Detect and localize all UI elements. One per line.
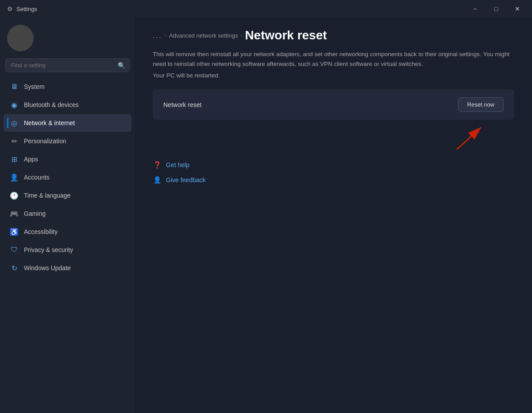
description-text: This will remove then reinstall all your…	[153, 50, 514, 69]
sidebar-profile	[0, 18, 135, 57]
sidebar-item-label: Windows Update	[24, 264, 71, 272]
breadcrumb-sep1: ›	[165, 32, 166, 38]
network-icon: ◎	[10, 119, 19, 127]
bluetooth-icon: ◉	[10, 100, 19, 109]
reset-now-button[interactable]: Reset now	[458, 97, 504, 112]
search-icon: 🔍	[118, 62, 125, 69]
restart-note: Your PC will be restarted.	[153, 72, 514, 79]
breadcrumb-dots: ...	[153, 31, 162, 40]
sidebar-item-system[interactable]: 🖥 System	[4, 78, 131, 96]
accessibility-icon: ♿	[10, 227, 19, 236]
red-arrow-icon	[452, 125, 488, 152]
sidebar-item-label: Network & internet	[24, 119, 75, 126]
sidebar-item-label: Accounts	[24, 174, 50, 181]
sidebar-item-network[interactable]: ◎ Network & internet	[4, 114, 131, 132]
titlebar-controls: − □ ✕	[465, 2, 528, 16]
help-link-label: Get help	[166, 161, 189, 168]
app-container: 🔍 🖥 System ◉ Bluetooth & devices ◎ Netwo…	[0, 18, 532, 413]
give-feedback-icon: 👤	[153, 176, 162, 184]
avatar	[7, 25, 34, 51]
svg-line-1	[457, 127, 481, 149]
sidebar: 🔍 🖥 System ◉ Bluetooth & devices ◎ Netwo…	[0, 18, 135, 413]
sidebar-item-accessibility[interactable]: ♿ Accessibility	[4, 223, 131, 241]
help-link-label: Give feedback	[166, 176, 206, 184]
sidebar-item-label: System	[24, 83, 45, 90]
main-content: ... › Advanced network settings › Networ…	[135, 18, 532, 413]
network-reset-card: Network reset Reset now	[153, 89, 514, 120]
privacy-icon: 🛡	[10, 245, 19, 254]
apps-icon: ⊞	[10, 155, 19, 164]
settings-icon: ⚙	[7, 5, 13, 12]
help-link-get-help[interactable]: ❓ Get help	[153, 159, 514, 171]
personalization-icon: ✏	[10, 137, 19, 145]
page-title: Network reset	[245, 28, 327, 42]
maximize-button[interactable]: □	[486, 2, 506, 16]
breadcrumb-parent[interactable]: Advanced network settings	[169, 32, 238, 39]
help-links: ❓ Get help 👤 Give feedback	[153, 159, 514, 186]
sidebar-item-privacy[interactable]: 🛡 Privacy & security	[4, 241, 131, 259]
sidebar-item-label: Time & language	[24, 192, 70, 199]
titlebar: ⚙ Settings − □ ✕	[0, 0, 532, 18]
sidebar-item-label: Personalization	[24, 138, 66, 145]
sidebar-item-update[interactable]: ↻ Windows Update	[4, 259, 131, 277]
sidebar-item-apps[interactable]: ⊞ Apps	[4, 150, 131, 168]
minimize-button[interactable]: −	[465, 2, 485, 16]
accounts-icon: 👤	[10, 173, 19, 182]
breadcrumb: ... › Advanced network settings › Networ…	[153, 18, 514, 50]
sidebar-item-accounts[interactable]: 👤 Accounts	[4, 168, 131, 186]
sidebar-item-label: Gaming	[24, 210, 46, 217]
search-input[interactable]	[5, 58, 130, 72]
gaming-icon: 🎮	[10, 209, 19, 218]
time-icon: 🕐	[10, 191, 19, 200]
sidebar-item-label: Privacy & security	[24, 246, 73, 253]
sidebar-item-label: Accessibility	[24, 228, 58, 235]
sidebar-item-personalization[interactable]: ✏ Personalization	[4, 132, 131, 150]
arrow-annotation	[153, 125, 514, 152]
sidebar-item-bluetooth[interactable]: ◉ Bluetooth & devices	[4, 96, 131, 114]
get-help-icon: ❓	[153, 161, 162, 169]
help-link-give-feedback[interactable]: 👤 Give feedback	[153, 174, 514, 186]
sidebar-search-container: 🔍	[5, 58, 130, 72]
breadcrumb-sep2: ›	[240, 32, 242, 38]
sidebar-nav: 🖥 System ◉ Bluetooth & devices ◎ Network…	[0, 77, 135, 413]
titlebar-left: ⚙ Settings	[7, 5, 37, 12]
update-icon: ↻	[10, 264, 19, 272]
sidebar-item-time[interactable]: 🕐 Time & language	[4, 187, 131, 204]
sidebar-item-gaming[interactable]: 🎮 Gaming	[4, 205, 131, 222]
sidebar-item-label: Bluetooth & devices	[24, 101, 79, 108]
reset-card-label: Network reset	[163, 101, 201, 108]
titlebar-title: Settings	[16, 6, 37, 12]
close-button[interactable]: ✕	[507, 2, 528, 16]
sidebar-item-label: Apps	[24, 156, 38, 163]
system-icon: 🖥	[10, 82, 19, 91]
